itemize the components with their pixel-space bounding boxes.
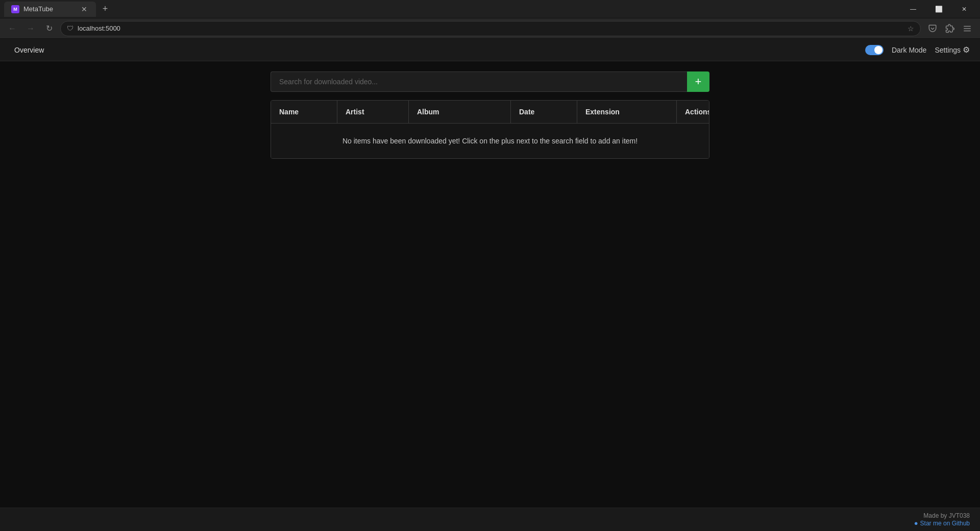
toolbar-icons [925,21,975,36]
forward-button[interactable]: → [23,21,38,36]
col-actions: Actions [677,101,709,123]
main-content: + Name Artist Album Date Extension Actio… [0,61,980,169]
browser-titlebar: M MetaTube ✕ + — ⬜ ✕ [0,0,980,18]
app-navbar: Overview Dark Mode Settings ⚙ [0,39,980,61]
extensions-icon[interactable] [942,21,958,36]
settings-link[interactable]: Settings ⚙ [935,45,970,55]
col-album: Album [409,101,511,123]
dark-mode-label: Dark Mode [892,46,926,54]
search-area: + [271,71,709,92]
made-by-text: Made by JVT038 [923,512,970,519]
github-label: Star me on Github [920,520,970,527]
table-container: Name Artist Album Date Extension Actions… [271,100,709,159]
new-tab-button[interactable]: + [98,2,112,16]
table-header: Name Artist Album Date Extension Actions [271,101,709,124]
address-bar[interactable]: 🛡 localhost:5000 ☆ [60,21,921,36]
github-icon: ● [914,519,918,527]
col-artist: Artist [337,101,409,123]
menu-icon[interactable] [960,21,975,36]
tab-close-button[interactable]: ✕ [80,5,89,14]
back-button[interactable]: ← [5,21,19,36]
add-button[interactable]: + [687,71,709,92]
refresh-button[interactable]: ↻ [42,21,56,36]
nav-overview-link[interactable]: Overview [10,44,48,56]
page-footer: Made by JVT038 ● Star me on Github [0,508,980,531]
tab-title: MetaTube [23,5,53,13]
settings-text: Settings [935,46,961,54]
search-input[interactable] [271,71,687,92]
table-empty-message: No items have been downloaded yet! Click… [271,124,709,158]
window-controls: — ⬜ ✕ [901,2,976,17]
col-extension: Extension [577,101,677,123]
tab-favicon: M [11,5,19,13]
browser-tab[interactable]: M MetaTube ✕ [4,2,96,17]
toggle-knob [874,46,883,54]
security-shield-icon: 🛡 [67,25,74,32]
dark-mode-area: Dark Mode Settings ⚙ [865,45,970,55]
bookmark-star-icon[interactable]: ☆ [908,25,914,33]
url-text: localhost:5000 [78,25,903,32]
dark-mode-toggle[interactable] [865,45,884,55]
pocket-icon[interactable] [925,21,940,36]
browser-addressbar: ← → ↻ 🛡 localhost:5000 ☆ [0,18,980,39]
col-name: Name [271,101,337,123]
maximize-button[interactable]: ⬜ [927,2,950,17]
col-date: Date [511,101,577,123]
github-link[interactable]: ● Star me on Github [914,519,970,527]
settings-gear-icon: ⚙ [963,45,970,55]
close-button[interactable]: ✕ [952,2,976,17]
minimize-button[interactable]: — [901,2,925,17]
